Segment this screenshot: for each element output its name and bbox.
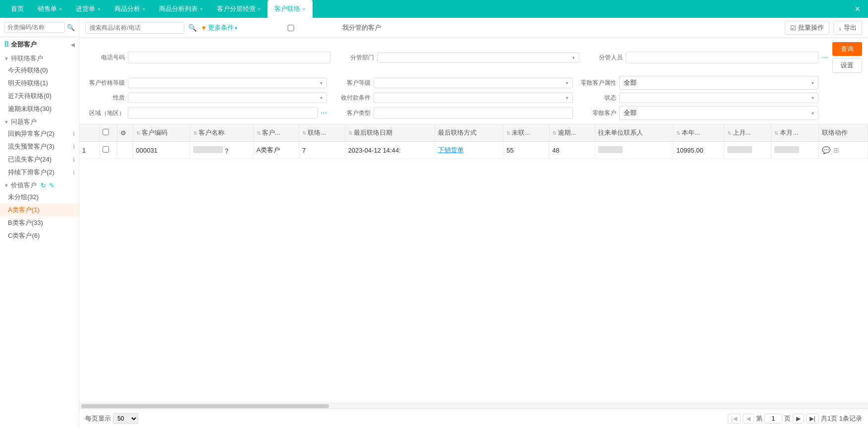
close-icon[interactable]: × xyxy=(142,6,145,12)
info-icon: ℹ xyxy=(73,144,75,150)
close-icon[interactable]: × xyxy=(200,6,203,12)
filter-input-region[interactable] xyxy=(128,107,318,119)
filter-input-customer-type[interactable] xyxy=(374,107,573,119)
table-container: ⚙ ⇅ 客户编码 ⇅ 客户名称 xyxy=(79,124,868,403)
info-icon: ℹ xyxy=(73,169,75,176)
sidebar-group-problem[interactable]: ▼ 问题客户 xyxy=(0,115,79,127)
sidebar-group-value[interactable]: ▼ 价值客户 ↻ ✎ xyxy=(0,179,79,191)
next-page-button[interactable]: ▶ xyxy=(793,414,804,424)
page-number-input[interactable] xyxy=(764,414,782,424)
filter-select-payment[interactable]: ▾ xyxy=(374,93,573,103)
sidebar-search-icon[interactable]: 🔍 xyxy=(67,24,75,31)
export-button[interactable]: ↓ 导出 xyxy=(833,21,863,35)
filter-row-4: 区域（地区） ··· 客户类型 零散客户 全部 ▾ xyxy=(85,106,862,120)
nav-home[interactable]: 首页 xyxy=(4,0,31,18)
sort-icon: ⇅ xyxy=(506,130,510,136)
filter-search-icon[interactable]: 🔍 xyxy=(188,24,197,32)
filter-select-dept[interactable]: ▾ xyxy=(377,53,580,63)
sidebar-item-repurchase[interactable]: 回购异常客户(2) ℹ xyxy=(0,127,79,140)
query-button[interactable]: 查询 xyxy=(832,42,862,56)
filter-row-2: 客户价格等级 ▾ 客户等级 ▾ 零散客户属性 全部 xyxy=(85,76,862,90)
close-icon[interactable]: × xyxy=(59,6,62,12)
select-all-checkbox[interactable] xyxy=(103,129,109,135)
sidebar-all-customers[interactable]: ⠿ 全部客户 ◀ xyxy=(0,37,79,52)
more-dots-icon[interactable]: ··· xyxy=(822,53,828,62)
batch-op-button[interactable]: ☑ 批量操作 xyxy=(785,21,829,35)
cell-overdue: 48 xyxy=(549,142,595,159)
filter-field-dept: 分管部门 ▾ xyxy=(334,53,580,63)
filter-label-dept: 分管部门 xyxy=(334,54,374,62)
sidebar-item-tomorrow[interactable]: 明天待联络(1) xyxy=(0,77,79,90)
sidebar-item-churned[interactable]: 已流失客户(24) ℹ xyxy=(0,153,79,166)
edit-icon[interactable]: ✎ xyxy=(49,182,54,189)
close-icon[interactable]: × xyxy=(97,6,100,12)
prev-page-button[interactable]: ◀ xyxy=(743,414,754,424)
sidebar-item-b-class[interactable]: B类客户(33) xyxy=(0,216,79,229)
row-checkbox[interactable] xyxy=(103,146,109,153)
cell-last-contact-date: 2023-04-12 14:44: xyxy=(345,142,434,159)
my-customers-checkbox-label[interactable]: 我分管的客户 xyxy=(241,23,381,32)
filter-select-nature[interactable]: ▾ xyxy=(128,93,327,103)
cell-index: 1 xyxy=(79,142,99,159)
filter-select-retail-attr[interactable]: 全部 ▾ xyxy=(619,76,818,90)
gear-icon[interactable]: ⚙ xyxy=(120,129,126,137)
filter-search-input[interactable] xyxy=(85,22,184,34)
filter-label-customer-level: 客户等级 xyxy=(331,79,371,87)
th-this-month: ⇅ 本月... xyxy=(771,124,819,142)
refresh-icon[interactable]: ↻ xyxy=(41,182,46,189)
masked-last-month xyxy=(727,146,752,153)
per-page-select[interactable]: 50 100 200 xyxy=(113,413,138,424)
sidebar-item-overdue[interactable]: 逾期未联络(30) xyxy=(0,103,79,115)
filter-input-manager[interactable] xyxy=(626,52,818,63)
sidebar-group-pending[interactable]: ▼ 待联络客户 xyxy=(0,52,79,64)
settings-button[interactable]: 设置 xyxy=(832,58,862,73)
close-icon[interactable]: × xyxy=(258,6,261,12)
sidebar-item-a-class[interactable]: A类客户(1) xyxy=(0,204,79,216)
nav-sales-order[interactable]: 销售单 × xyxy=(31,0,69,18)
arrow-icon: ▼ xyxy=(4,183,9,188)
nav-close-all[interactable]: × xyxy=(851,2,864,16)
nav-purchase-order[interactable]: 进货单 × xyxy=(69,0,107,18)
sidebar-item-today[interactable]: 今天待联络(0) xyxy=(0,64,79,77)
nav-product-analysis[interactable]: 商品分析 × xyxy=(108,0,152,18)
cell-customer-type: A类客户 xyxy=(253,142,299,159)
filter-select-retail[interactable]: 全部 ▾ xyxy=(619,106,818,120)
my-customers-checkbox[interactable] xyxy=(241,25,340,31)
action-icons: 💬 ⊞ xyxy=(822,146,865,154)
sidebar-item-c-class[interactable]: C类客户(6) xyxy=(0,229,79,242)
th-overdue: ⇅ 逾期... xyxy=(549,124,595,142)
filter-input-phone[interactable] xyxy=(128,52,330,63)
sidebar-item-ungrouped[interactable]: 未分组(32) xyxy=(0,191,79,204)
chevron-down-icon: ▾ xyxy=(812,80,814,86)
sidebar-item-7days[interactable]: 近7天待联络(0) xyxy=(0,90,79,103)
last-page-button[interactable]: ▶| xyxy=(806,414,819,424)
close-icon[interactable]: × xyxy=(302,6,305,12)
more-dots-icon[interactable]: ··· xyxy=(321,108,327,117)
nav-product-analysis-list[interactable]: 商品分析列表 × xyxy=(152,0,210,18)
sidebar-search-input[interactable] xyxy=(4,22,65,33)
filter-select-customer-level[interactable]: ▾ xyxy=(374,78,573,88)
nav-customer-contact[interactable]: 客户联络 × xyxy=(268,0,312,18)
filter-field-phone: 电话号码 xyxy=(85,52,330,63)
grid-icon[interactable]: ⊞ xyxy=(833,146,839,154)
nav-customer-segment[interactable]: 客户分层经营 × xyxy=(210,0,268,18)
advanced-filter: 电话号码 分管部门 ▾ 分管人员 ··· 查询 设置 xyxy=(79,38,868,124)
more-conditions-btn[interactable]: ▼ 更多条件 ▾ xyxy=(201,23,237,32)
th-name: ⇅ 客户名称 xyxy=(190,124,253,142)
chat-icon[interactable]: 💬 xyxy=(822,146,830,154)
filter-select-status[interactable]: ▾ xyxy=(619,93,818,103)
th-gear[interactable]: ⚙ xyxy=(117,124,133,142)
sidebar-item-declining[interactable]: 持续下滑客户(2) ℹ xyxy=(0,166,79,179)
cell-contact-count: 7 xyxy=(299,142,345,159)
info-icon: ℹ xyxy=(73,157,75,163)
sidebar-item-churn-warning[interactable]: 流失预警客户(3) ℹ xyxy=(0,140,79,153)
scroll-thumb[interactable] xyxy=(81,404,329,408)
th-index xyxy=(79,124,99,142)
cell-unit-contact xyxy=(595,142,673,159)
horizontal-scrollbar[interactable] xyxy=(79,403,868,409)
first-page-button[interactable]: |◀ xyxy=(728,414,741,424)
filter-label-retail-attr: 零散客户属性 xyxy=(577,79,616,87)
contact-method-link[interactable]: 下销货单 xyxy=(438,146,464,154)
th-customer-type: ⇅ 客户... xyxy=(253,124,299,142)
filter-select-price-level[interactable]: ▾ xyxy=(128,78,327,88)
